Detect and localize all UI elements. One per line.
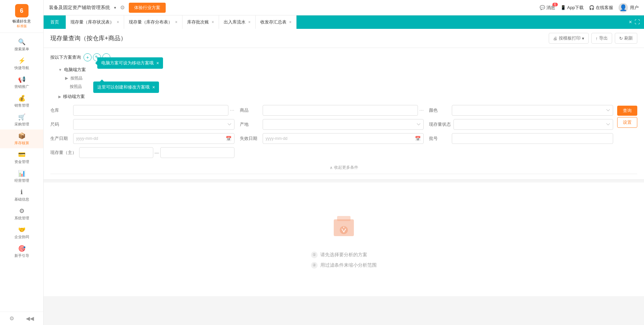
- sidebar-item-basic[interactable]: ℹ 基础信息: [0, 186, 43, 205]
- sidebar-item-finance[interactable]: 💳 资金管理: [0, 148, 43, 167]
- warehouse-input[interactable]: [73, 105, 228, 116]
- modify-popup-close[interactable]: ×: [152, 85, 155, 90]
- filter-size-row: 尺码: [50, 119, 234, 130]
- stock-main-min[interactable]: [79, 147, 153, 158]
- tab-batch-account[interactable]: 库存批次账 ×: [182, 15, 219, 29]
- scheme-pc-item-1-icon: ▶: [65, 76, 68, 80]
- tab-close-all[interactable]: ×: [629, 19, 632, 25]
- tab-inventory-dist-close[interactable]: ×: [175, 20, 177, 24]
- scheme-popup-text: 电脑方案可设为移动方案哦: [101, 60, 154, 66]
- message-badge: 6: [552, 3, 558, 6]
- user-profile[interactable]: 👤 用户: [619, 3, 639, 12]
- filter-header: 按以下方案查询 + ✎ ← 电脑方案可设为移动方案哦 ×: [50, 53, 637, 61]
- page-actions: 🖨 按模板打印 ▾ ↑ 导出 ↻ 刷新: [549, 33, 638, 44]
- collapse-sidebar-icon[interactable]: ◀◀: [26, 315, 34, 322]
- filter-stock-main-row: 现存量（主） —: [50, 147, 234, 158]
- sidebar-item-management[interactable]: 📊 经营管理: [0, 167, 43, 186]
- tab-inventory-status[interactable]: 现存量（库存状况表） ×: [66, 15, 124, 29]
- color-select[interactable]: [452, 105, 613, 116]
- tab-expand[interactable]: ⛶: [635, 19, 640, 25]
- tab-flow[interactable]: 出入库流水 ×: [219, 15, 256, 29]
- empty-state: ① 请先选择要分析的方案 ② 用过滤条件来缩小分析范围: [44, 182, 644, 296]
- export-icon: ↑: [596, 36, 598, 41]
- reset-btn[interactable]: 设置: [617, 117, 637, 128]
- sidebar-item-nav[interactable]: ⚡ 快捷导航: [0, 54, 43, 73]
- scheme-group-mobile-arrow-icon: ▶: [58, 95, 61, 99]
- online-service-btn[interactable]: 🎧 在线客服: [589, 5, 613, 11]
- topbar-right: 💬 消息 6 📱 App下载 🎧 在线客服 👤 用户: [540, 3, 639, 12]
- scheme-group-mobile-header[interactable]: ▶ 移动端方案: [56, 92, 637, 101]
- message-btn[interactable]: 💬 消息 6: [540, 5, 555, 11]
- batch-label: 批号: [429, 136, 449, 142]
- tab-flow-label: 出入库流水: [224, 19, 246, 25]
- tab-inventory-status-close[interactable]: ×: [117, 20, 119, 24]
- marketing-icon: 📢: [18, 76, 25, 83]
- sidebar-item-marketing-label: 营销推广: [14, 84, 29, 89]
- system-icon: ⚙: [19, 207, 24, 215]
- sidebar-item-basic-label: 基础信息: [14, 197, 29, 202]
- product-dots[interactable]: ···: [419, 107, 424, 113]
- topbar-left: 装备及固定资产辅助管理系统 ▾ ⚙ 体验行业方案: [49, 3, 166, 13]
- scheme-popup-close[interactable]: ×: [156, 60, 159, 66]
- tab-batch-account-close[interactable]: ×: [212, 20, 214, 24]
- export-label: 导出: [599, 35, 608, 41]
- filter-stock-status-row: 现存量状态: [429, 119, 613, 130]
- topbar-gear-icon[interactable]: ⚙: [120, 4, 125, 11]
- sidebar-item-system[interactable]: ⚙ 系统管理: [0, 205, 43, 223]
- tab-inventory-dist[interactable]: 现存量（库存分布表） ×: [124, 15, 182, 29]
- refresh-btn[interactable]: ↻ 刷新: [615, 33, 637, 44]
- app-logo-icon: 6: [15, 4, 29, 17]
- message-icon: 💬: [540, 5, 545, 10]
- sidebar-item-search[interactable]: 🔍 搜索菜单: [0, 36, 43, 54]
- tab-flow-close[interactable]: ×: [248, 20, 251, 24]
- print-label: 按模板打印: [559, 35, 581, 41]
- add-scheme-btn[interactable]: +: [84, 53, 92, 61]
- sidebar-item-nav-label: 快捷导航: [14, 65, 29, 70]
- warehouse-dots[interactable]: ···: [230, 107, 234, 113]
- app-download-btn[interactable]: 📱 App下载: [560, 5, 584, 11]
- sidebar-item-enterprise[interactable]: 🤝 企业协同: [0, 223, 43, 242]
- sidebar-item-inventory[interactable]: 📦 库存核算: [0, 129, 43, 148]
- stock-main-label: 现存量（主）: [50, 150, 76, 156]
- search-btn[interactable]: 查询: [617, 106, 637, 116]
- export-btn[interactable]: ↑ 导出: [591, 33, 612, 44]
- print-btn[interactable]: 🖨 按模板打印 ▾: [549, 33, 589, 44]
- nav-icon: ⚡: [18, 57, 25, 64]
- collapse-btn[interactable]: ∧ 收起更多条件: [330, 165, 358, 170]
- stock-main-max[interactable]: [160, 147, 234, 158]
- purchase-icon: 🛒: [18, 113, 25, 121]
- origin-select[interactable]: [263, 119, 424, 130]
- stock-range-sep: —: [155, 150, 159, 155]
- size-select[interactable]: [73, 119, 234, 130]
- empty-step-1-label: 请先选择要分析的方案: [320, 251, 367, 259]
- sidebar-item-guide[interactable]: 🎯 新手引导: [0, 242, 43, 261]
- tab-summary[interactable]: 收发存汇总表 ×: [256, 15, 297, 29]
- sidebar-item-purchase[interactable]: 🛒 采购管理: [0, 111, 43, 129]
- stock-status-select[interactable]: [453, 119, 613, 130]
- scheme-group-pc-label: 电脑端方案: [64, 67, 86, 73]
- system-dropdown-icon[interactable]: ▾: [114, 5, 116, 10]
- tab-home[interactable]: 首页: [44, 15, 66, 29]
- product-label: 商品: [240, 107, 260, 113]
- basic-icon: ℹ: [20, 188, 23, 196]
- produce-date-input[interactable]: yyyy-mm-dd 📅: [73, 133, 234, 144]
- expire-date-input[interactable]: yyyy-mm-dd 📅: [263, 133, 424, 144]
- tab-summary-label: 收发存汇总表: [260, 19, 286, 25]
- filter-section: 按以下方案查询 + ✎ ← 电脑方案可设为移动方案哦 × 这里可以创建和修改方案…: [44, 48, 644, 180]
- sidebar-item-guide-label: 新手引导: [14, 253, 29, 258]
- trial-btn[interactable]: 体验行业方案: [129, 3, 166, 13]
- produce-date-calendar-icon[interactable]: 📅: [226, 136, 231, 141]
- sidebar-item-sales[interactable]: 💰 销售管理: [0, 92, 43, 111]
- tab-summary-close[interactable]: ×: [289, 20, 291, 24]
- batch-input[interactable]: [452, 133, 613, 144]
- product-input[interactable]: [263, 105, 418, 116]
- modify-popup: 这里可以创建和修改方案哦 ×: [93, 82, 159, 93]
- tab-home-label: 首页: [50, 19, 59, 25]
- expire-date-calendar-icon[interactable]: 📅: [415, 136, 421, 141]
- settings-bottom-icon[interactable]: ⚙: [9, 315, 14, 322]
- search-icon: 🔍: [18, 38, 25, 46]
- empty-text: ① 请先选择要分析的方案 ② 用过滤条件来缩小分析范围: [311, 251, 377, 269]
- filter-produce-date-row: 生产日期 yyyy-mm-dd 📅: [50, 133, 234, 144]
- sidebar-item-marketing[interactable]: 📢 营销推广: [0, 73, 43, 92]
- collapse-bar: ∧ 收起更多条件: [50, 161, 637, 174]
